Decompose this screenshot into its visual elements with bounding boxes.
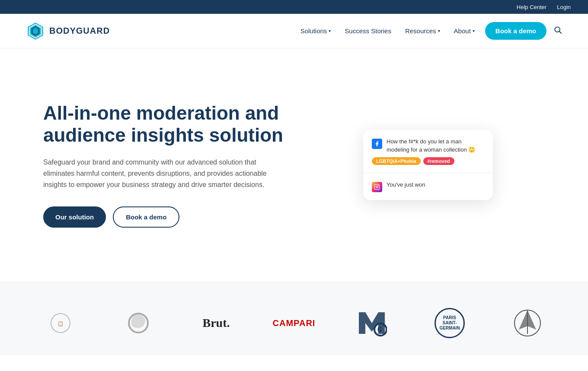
hero-title: All-in-one moderation and audience insig…: [43, 102, 294, 146]
svg-point-8: [378, 185, 379, 186]
moderation-item-1: How the f#*k do you let a man modeling f…: [363, 130, 493, 173]
partner-logo-1: 📋: [35, 308, 86, 338]
psg-text: PARISSAINT-GERMAIN: [439, 315, 460, 331]
solutions-chevron-icon: ▾: [329, 29, 331, 33]
moderation-item-2: You've just won: [363, 173, 493, 200]
partner-logo-brut: Brut.: [190, 308, 242, 338]
our-solution-button[interactable]: Our solution: [43, 206, 106, 228]
brut-logo-text: Brut.: [203, 316, 230, 330]
about-chevron-icon: ▾: [473, 29, 475, 33]
partner-logo-2: [112, 308, 164, 338]
logos-row: 📋 Brut. CAMPARI 6: [26, 308, 562, 338]
partner-logo-campari: CAMPARI: [268, 308, 320, 338]
instagram-icon: [372, 182, 382, 192]
psg-circle: PARISSAINT-GERMAIN: [435, 308, 465, 338]
logo-text: BODYGUARD: [49, 26, 110, 36]
hero-description: Safeguard your brand and community with …: [43, 157, 268, 191]
solutions-nav[interactable]: Solutions ▾: [300, 27, 331, 35]
partner-logo-sailing: [502, 308, 553, 338]
mod-tags-1: LGBTQiA+Phobia #removed: [372, 157, 484, 165]
login-link[interactable]: Login: [557, 4, 571, 10]
search-icon: [553, 25, 562, 34]
tag-lgbtq: LGBTQiA+Phobia: [372, 157, 421, 165]
logos-section: 📋 Brut. CAMPARI 6: [0, 282, 588, 355]
mod-text-2: You've just won: [387, 181, 425, 189]
partner-logo-m6: 6: [346, 308, 398, 338]
hero-text-block: All-in-one moderation and audience insig…: [43, 102, 294, 227]
partner-logo-psg: PARISSAINT-GERMAIN: [424, 308, 476, 338]
svg-text:6: 6: [377, 325, 382, 334]
hero-buttons: Our solution Book a demo: [43, 206, 294, 228]
resources-chevron-icon: ▾: [438, 29, 440, 33]
facebook-icon: [372, 139, 382, 149]
book-demo-hero-button[interactable]: Book a demo: [113, 206, 179, 228]
sailing-logo-icon: [512, 308, 543, 338]
svg-text:📋: 📋: [58, 320, 64, 327]
resources-nav[interactable]: Resources ▾: [405, 27, 440, 35]
top-bar: Help Center Login: [0, 0, 588, 14]
logo-icon: [26, 22, 45, 41]
about-nav[interactable]: About ▾: [454, 27, 475, 35]
nav-links: Solutions ▾ Success Stories Resources ▾ …: [300, 27, 475, 35]
mod-text-1: How the f#*k do you let a man modeling f…: [387, 138, 484, 153]
success-stories-nav[interactable]: Success Stories: [345, 27, 391, 35]
tag-removed: #removed: [423, 157, 454, 165]
hero-section: All-in-one moderation and audience insig…: [0, 48, 588, 282]
svg-rect-6: [374, 184, 380, 190]
svg-point-7: [376, 186, 378, 188]
search-button[interactable]: [553, 25, 562, 36]
moderation-card: How the f#*k do you let a man modeling f…: [363, 130, 493, 200]
help-center-link[interactable]: Help Center: [517, 4, 546, 10]
navbar: BODYGUARD Solutions ▾ Success Stories Re…: [0, 14, 588, 48]
svg-line-5: [559, 32, 562, 34]
book-demo-button[interactable]: Book a demo: [485, 22, 546, 40]
campari-logo-text: CAMPARI: [273, 318, 316, 328]
logo[interactable]: BODYGUARD: [26, 22, 110, 41]
hero-visual: How the f#*k do you let a man modeling f…: [294, 130, 562, 200]
m6-logo-icon: 6: [357, 308, 387, 338]
